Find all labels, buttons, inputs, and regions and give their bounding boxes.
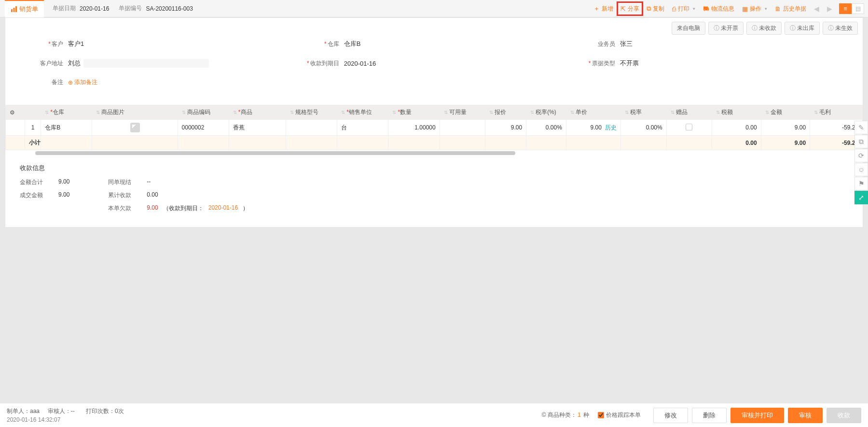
doc-timestamp: 2020-01-16 14:32:07 bbox=[7, 415, 124, 424]
col-warehouse[interactable]: ⇅*仓库 bbox=[41, 105, 92, 120]
warehouse-field[interactable]: *仓库 仓库B bbox=[296, 40, 572, 48]
print-button[interactable]: ⎙打印▾ bbox=[668, 0, 699, 17]
col-tax-amt[interactable]: ⇅税额 bbox=[712, 105, 761, 120]
share-button[interactable]: ⇱分享 bbox=[617, 1, 643, 16]
col-discount-pct[interactable]: ⇅税率(%) bbox=[526, 105, 566, 120]
tab-sales-order[interactable]: 销货单 bbox=[5, 0, 44, 17]
cell-discount-pct[interactable]: 0.00% bbox=[526, 120, 566, 136]
doc-meta: 制单人：aaa 审核人：-- 打印次数：0次 2020-01-16 14:32:… bbox=[7, 407, 124, 424]
approve-button[interactable]: 审核 bbox=[788, 408, 823, 423]
col-price[interactable]: ⇅单价 bbox=[566, 105, 620, 120]
customer-field[interactable]: *客户 客户1 bbox=[20, 40, 296, 48]
edit-button[interactable]: 修改 bbox=[653, 408, 688, 423]
badge-from-pc: 来自电脑 bbox=[672, 22, 705, 35]
grid-view-button[interactable]: ▤ bbox=[852, 3, 864, 14]
invoice-type-value: 不开票 bbox=[620, 59, 639, 68]
badge-not-effective[interactable]: ⓘ未生效 bbox=[823, 22, 858, 35]
cell-qty[interactable]: 1.00000 bbox=[388, 120, 440, 136]
same-settle-value: -- bbox=[147, 178, 151, 186]
col-available[interactable]: ⇅可用量 bbox=[440, 105, 485, 120]
bar-chart-icon bbox=[11, 6, 17, 13]
approve-print-button[interactable]: 审核并打印 bbox=[730, 408, 784, 423]
info-icon: ⓘ bbox=[828, 25, 834, 31]
cell-product[interactable]: 香蕉 bbox=[229, 120, 286, 136]
form-area: *客户 客户1 *仓库 仓库B 业务员 张三 客户地址 刘总 bbox=[5, 37, 863, 105]
remark-field: 备注 ⊕ 添加备注 bbox=[20, 78, 296, 86]
attachment-rail-button[interactable]: ⧉ bbox=[854, 135, 868, 148]
list-view-button[interactable]: ≡ bbox=[839, 3, 852, 14]
col-spec[interactable]: ⇅规格型号 bbox=[286, 105, 337, 120]
plus-icon: ＋ bbox=[593, 4, 600, 13]
cell-quote[interactable]: 9.00 bbox=[485, 120, 526, 136]
cell-price[interactable]: 9.00 历史 bbox=[566, 120, 620, 136]
col-unit[interactable]: ⇅*销售单位 bbox=[337, 105, 388, 120]
info-icon: ⓘ bbox=[714, 25, 719, 31]
price-follow-checkbox[interactable]: 价格跟踪本单 bbox=[598, 411, 641, 419]
table-settings-button[interactable]: ⚙ bbox=[6, 105, 25, 120]
price-follow-input[interactable] bbox=[598, 412, 604, 418]
badge-not-outbound[interactable]: ⓘ未出库 bbox=[785, 22, 820, 35]
cell-spec[interactable] bbox=[286, 120, 337, 136]
chevron-down-icon: ▾ bbox=[693, 6, 695, 11]
tab-title: 销货单 bbox=[19, 5, 38, 14]
gift-checkbox[interactable] bbox=[686, 124, 692, 130]
arrears-due-date: 2020-01-16 bbox=[208, 204, 238, 213]
logistics-button[interactable]: ⛟物流信息 bbox=[699, 0, 738, 17]
collection-due-field[interactable]: *收款到期日 2020-01-16 bbox=[296, 59, 572, 68]
copy-button[interactable]: ⧉复制 bbox=[643, 0, 668, 17]
table-row[interactable]: 1 仓库B 0000002 香蕉 台 1.00000 9.00 0.00% 9.… bbox=[6, 120, 863, 136]
cell-code[interactable]: 0000002 bbox=[178, 120, 229, 136]
customer-addr-field[interactable]: 客户地址 刘总 bbox=[20, 59, 296, 68]
cell-unit[interactable]: 台 bbox=[337, 120, 388, 136]
col-image[interactable]: ⇅商品图片 bbox=[92, 105, 178, 120]
col-quote[interactable]: ⇅报价 bbox=[485, 105, 526, 120]
delete-button[interactable]: 删除 bbox=[692, 408, 727, 423]
right-side-rail: ✎ ⧉ ⟳ ☺ ⚑ ⤢ bbox=[854, 121, 868, 204]
salesperson-field[interactable]: 业务员 张三 bbox=[572, 40, 848, 48]
refresh-rail-button[interactable]: ⟳ bbox=[854, 149, 868, 162]
col-code[interactable]: ⇅商品编码 bbox=[178, 105, 229, 120]
warehouse-value: 仓库B bbox=[344, 40, 361, 48]
col-product[interactable]: ⇅*商品 bbox=[229, 105, 286, 120]
collect-button[interactable]: 收款 bbox=[827, 408, 861, 423]
row-index: 1 bbox=[25, 120, 41, 136]
copyright-icon: © bbox=[542, 412, 546, 418]
col-amount[interactable]: ⇅金额 bbox=[761, 105, 810, 120]
col-gift[interactable]: ⇅赠品 bbox=[666, 105, 712, 120]
col-profit[interactable]: ⇅毛利 bbox=[810, 105, 863, 120]
subtotal-row: 小计 0.00 9.00 -59.21 bbox=[6, 136, 863, 150]
operate-button[interactable]: ▦操作▾ bbox=[738, 0, 771, 17]
prev-doc-button[interactable]: ◀ bbox=[810, 5, 823, 13]
badge-not-invoiced[interactable]: ⓘ未开票 bbox=[708, 22, 744, 35]
cell-gift[interactable] bbox=[666, 120, 712, 136]
next-doc-button[interactable]: ▶ bbox=[823, 5, 836, 13]
cumulative-value: 0.00 bbox=[147, 191, 158, 199]
cell-tax-rate[interactable]: 0.00% bbox=[621, 120, 666, 136]
print-icon: ⎙ bbox=[672, 5, 676, 13]
print-count: 0次 bbox=[115, 408, 124, 414]
col-qty[interactable]: ⇅*数量 bbox=[388, 105, 440, 120]
user-rail-button[interactable]: ☺ bbox=[854, 163, 868, 176]
cell-image[interactable] bbox=[92, 120, 178, 136]
image-placeholder-icon bbox=[130, 123, 140, 132]
cell-tax-amt: 0.00 bbox=[712, 120, 761, 136]
subtotal-amount: 9.00 bbox=[761, 136, 810, 150]
copy-icon: ⧉ bbox=[647, 5, 651, 13]
cell-amount: 9.00 bbox=[761, 120, 810, 136]
history-doc-button[interactable]: 🗎历史单据 bbox=[771, 0, 810, 17]
invoice-type-field[interactable]: *票据类型 不开票 bbox=[572, 59, 848, 68]
bottom-bar: 制单人：aaa 审核人：-- 打印次数：0次 2020-01-16 14:32:… bbox=[0, 403, 868, 427]
expand-rail-button[interactable]: ⤢ bbox=[854, 191, 868, 204]
horizontal-scrollbar[interactable] bbox=[5, 150, 863, 156]
share-icon: ⇱ bbox=[620, 5, 626, 13]
notes-rail-button[interactable]: ✎ bbox=[854, 121, 868, 134]
price-history-link[interactable]: 历史 bbox=[605, 124, 617, 131]
scrollbar-thumb[interactable] bbox=[35, 151, 515, 155]
cell-warehouse[interactable]: 仓库B bbox=[41, 120, 92, 136]
add-remark-button[interactable]: ⊕ 添加备注 bbox=[68, 78, 97, 86]
collection-due-value: 2020-01-16 bbox=[344, 60, 376, 67]
badge-not-collected[interactable]: ⓘ未收款 bbox=[746, 22, 782, 35]
new-button[interactable]: ＋新增 bbox=[590, 0, 617, 17]
flag-rail-button[interactable]: ⚑ bbox=[854, 177, 868, 190]
col-tax-rate[interactable]: ⇅税率 bbox=[621, 105, 666, 120]
